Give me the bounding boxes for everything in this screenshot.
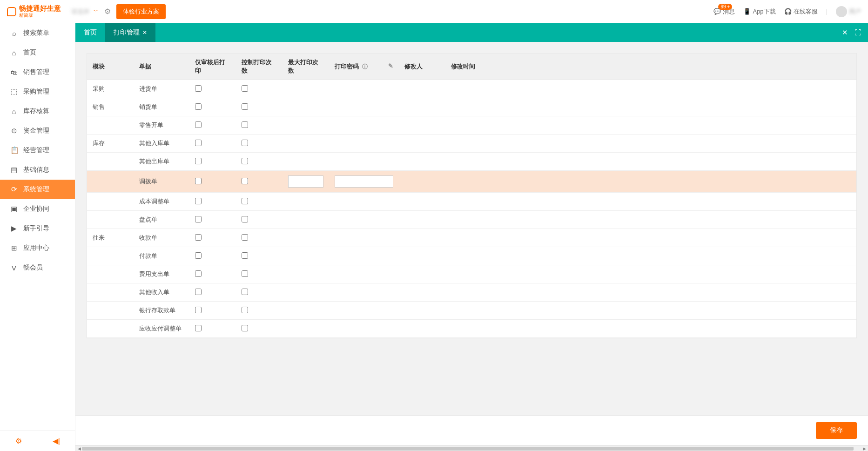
- cell-module: [87, 265, 134, 283]
- cell-user: [399, 116, 445, 135]
- cell-audit: [189, 283, 236, 302]
- help-icon[interactable]: ⓘ: [362, 63, 368, 70]
- sidebar-item-1[interactable]: ⌂首页: [0, 43, 75, 62]
- chevron-down-icon[interactable]: ﹀: [93, 7, 99, 15]
- sidebar-item-9[interactable]: ▣企业协同: [0, 199, 75, 219]
- control-checkbox[interactable]: [242, 234, 248, 241]
- table-row[interactable]: 付款单: [87, 247, 856, 265]
- audit-checkbox[interactable]: [195, 178, 202, 184]
- org-selector[interactable]: 请选择: [67, 6, 93, 18]
- scroll-thumb[interactable]: [82, 447, 854, 451]
- sidebar-item-12[interactable]: V畅会员: [0, 258, 75, 277]
- control-checkbox[interactable]: [242, 178, 248, 184]
- horizontal-scrollbar[interactable]: ◀ ▶: [75, 445, 868, 451]
- print-password-input[interactable]: [335, 175, 393, 188]
- table-row[interactable]: 库存其他入库单: [87, 135, 856, 153]
- control-checkbox[interactable]: [242, 121, 248, 128]
- table-row[interactable]: 往来收款单: [87, 229, 856, 247]
- table-row[interactable]: 其他出库单: [87, 153, 856, 171]
- audit-checkbox[interactable]: [195, 85, 202, 92]
- col-document: 单据: [134, 54, 189, 80]
- fullscreen-icon[interactable]: ⛶: [855, 28, 861, 37]
- audit-checkbox[interactable]: [195, 307, 202, 313]
- control-checkbox[interactable]: [242, 252, 248, 259]
- table-row[interactable]: 采购进货单: [87, 80, 856, 98]
- scroll-left-icon[interactable]: ◀: [76, 446, 82, 451]
- cell-document: 银行存取款单: [134, 302, 189, 320]
- audit-checkbox[interactable]: [195, 216, 202, 222]
- save-button[interactable]: 保存: [816, 422, 857, 439]
- sidebar-item-3[interactable]: ⬚采购管理: [0, 82, 75, 101]
- cell-max: [283, 171, 329, 193]
- cell-password: [329, 153, 399, 171]
- control-checkbox[interactable]: [242, 103, 248, 110]
- control-checkbox[interactable]: [242, 307, 248, 313]
- control-checkbox[interactable]: [242, 198, 248, 204]
- app-download-link[interactable]: 📱 App下载: [743, 7, 775, 16]
- cell-module: [87, 211, 134, 229]
- sidebar-settings-button[interactable]: ⚙: [0, 431, 38, 451]
- table-row[interactable]: 应收应付调整单: [87, 320, 856, 338]
- table-row[interactable]: 销售销货单: [87, 98, 856, 116]
- table-row[interactable]: 费用支出单: [87, 265, 856, 283]
- footer-bar: 保存: [75, 415, 868, 445]
- gear-icon[interactable]: ⚙: [104, 7, 111, 16]
- tab-close-icon[interactable]: ✕: [142, 29, 147, 36]
- max-print-input[interactable]: [288, 175, 323, 188]
- audit-checkbox[interactable]: [195, 234, 202, 241]
- sidebar-item-7[interactable]: ▤基础信息: [0, 160, 75, 180]
- audit-checkbox[interactable]: [195, 270, 202, 277]
- cell-module: [87, 247, 134, 265]
- sidebar-item-10[interactable]: ▶新手引导: [0, 219, 75, 238]
- sidebar-item-label: 搜索菜单: [23, 29, 49, 37]
- scroll-right-icon[interactable]: ▶: [861, 446, 867, 451]
- messages-link[interactable]: 💬 99 + 消息: [713, 7, 735, 16]
- audit-checkbox[interactable]: [195, 158, 202, 164]
- control-checkbox[interactable]: [242, 289, 248, 295]
- audit-checkbox[interactable]: [195, 289, 202, 295]
- sidebar-item-11[interactable]: ⊞应用中心: [0, 238, 75, 258]
- audit-checkbox[interactable]: [195, 252, 202, 259]
- control-checkbox[interactable]: [242, 85, 248, 92]
- sidebar-collapse-button[interactable]: ◀|: [38, 431, 75, 451]
- sidebar-item-8[interactable]: ⟳系统管理: [0, 180, 75, 199]
- cell-time: [445, 98, 856, 116]
- cell-module: 采购: [87, 80, 134, 98]
- audit-checkbox[interactable]: [195, 121, 202, 128]
- control-checkbox[interactable]: [242, 325, 248, 331]
- tab-1[interactable]: 打印管理✕: [105, 23, 155, 42]
- table-row[interactable]: 其他收入单: [87, 283, 856, 302]
- cell-max: [283, 211, 329, 229]
- audit-checkbox[interactable]: [195, 103, 202, 110]
- control-checkbox[interactable]: [242, 158, 248, 164]
- control-checkbox[interactable]: [242, 140, 248, 146]
- tab-0[interactable]: 首页: [75, 23, 105, 42]
- control-checkbox[interactable]: [242, 216, 248, 222]
- support-link[interactable]: 🎧 在线客服: [784, 7, 818, 16]
- edit-icon[interactable]: ✎: [388, 62, 393, 69]
- sidebar-item-6[interactable]: 📋经营管理: [0, 141, 75, 160]
- tab-close-all-icon[interactable]: ✕: [842, 28, 848, 37]
- user-menu[interactable]: 用户: [836, 6, 861, 17]
- sidebar-item-0[interactable]: ⌕搜索菜单: [0, 23, 75, 43]
- sidebar-item-2[interactable]: 🛍销售管理: [0, 62, 75, 82]
- audit-checkbox[interactable]: [195, 198, 202, 204]
- cell-max: [283, 80, 329, 98]
- sidebar-icon: ⌂: [10, 49, 18, 57]
- control-checkbox[interactable]: [242, 270, 248, 277]
- table-row[interactable]: 成本调整单: [87, 193, 856, 211]
- cell-module: 往来: [87, 229, 134, 247]
- print-settings-card: 模块 单据 仅审核后打印 控制打印次数 最大打印次数 打印密码 ⓘ ✎ 修改人: [87, 53, 857, 338]
- table-row[interactable]: 调拨单: [87, 171, 856, 193]
- sidebar-item-5[interactable]: ⊙资金管理: [0, 121, 75, 141]
- industry-plan-button[interactable]: 体验行业方案: [116, 4, 166, 19]
- sidebar-item-4[interactable]: ⌂库存核算: [0, 101, 75, 121]
- sidebar-footer: ⚙ ◀|: [0, 431, 75, 451]
- table-row[interactable]: 零售开单: [87, 116, 856, 135]
- table-row[interactable]: 银行存取款单: [87, 302, 856, 320]
- audit-checkbox[interactable]: [195, 140, 202, 146]
- sidebar-item-label: 应用中心: [23, 244, 49, 252]
- table-row[interactable]: 盘点单: [87, 211, 856, 229]
- audit-checkbox[interactable]: [195, 325, 202, 331]
- cell-control: [236, 135, 283, 153]
